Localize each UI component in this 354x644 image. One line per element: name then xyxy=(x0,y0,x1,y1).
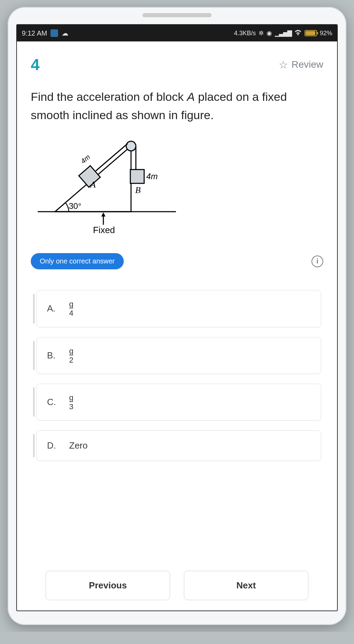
badge-row: Only one correct answer i xyxy=(31,253,323,269)
diagram-block-b-label: B xyxy=(135,185,141,195)
option-letter: B. xyxy=(47,350,57,361)
svg-marker-8 xyxy=(101,212,105,217)
option-letter: D. xyxy=(47,440,57,451)
answer-mode-badge: Only one correct answer xyxy=(31,253,124,269)
frac-numer: g xyxy=(69,300,73,308)
phone-screen: 9:12 AM ☁ 4.3KB/s ✲ ◉ ▁▃▅▇ 92% 4 xyxy=(16,24,338,611)
status-bar: 9:12 AM ☁ 4.3KB/s ✲ ◉ ▁▃▅▇ 92% xyxy=(17,25,337,41)
previous-button[interactable]: Previous xyxy=(46,571,170,600)
question-text-pre: Find the acceleration of block xyxy=(31,90,187,103)
question-content: 4 ☆ Review Find the acceleration of bloc… xyxy=(17,41,337,611)
question-header: 4 ☆ Review xyxy=(31,55,323,74)
diagram-base-label: Fixed xyxy=(93,225,115,235)
question-text: Find the acceleration of block A placed … xyxy=(31,88,323,124)
cloud-icon: ☁ xyxy=(62,29,68,37)
frac-numer: g xyxy=(69,394,73,402)
frac-denom: 4 xyxy=(69,308,73,317)
question-number: 4 xyxy=(31,55,40,74)
diagram-block-a-label: A xyxy=(90,180,96,190)
next-button[interactable]: Next xyxy=(184,571,308,600)
svg-point-2 xyxy=(126,141,136,151)
option-d[interactable]: D. Zero xyxy=(36,430,321,461)
app-icon xyxy=(50,29,58,37)
svg-line-4 xyxy=(96,144,128,171)
frac-denom: 2 xyxy=(69,355,73,364)
phone-frame: 9:12 AM ☁ 4.3KB/s ✲ ◉ ▁▃▅▇ 92% 4 xyxy=(8,7,346,625)
status-time: 9:12 AM xyxy=(22,29,47,37)
frac-numer: g xyxy=(69,347,73,355)
signal-icon: ▁▃▅▇ xyxy=(275,29,291,37)
option-value: g 2 xyxy=(69,347,73,364)
status-left: 9:12 AM ☁ xyxy=(22,29,68,37)
option-c[interactable]: C. g 3 xyxy=(36,384,321,421)
star-icon: ☆ xyxy=(279,59,288,71)
bluetooth-icon: ✲ xyxy=(259,29,264,37)
option-value: g 3 xyxy=(69,394,73,411)
frac-denom: 3 xyxy=(69,402,73,411)
nav-row: Previous Next xyxy=(31,550,323,600)
net-speed: 4.3KB/s xyxy=(234,30,256,37)
review-button[interactable]: ☆ Review xyxy=(279,59,323,71)
diagram-block-b-mass: 4m xyxy=(146,172,158,181)
battery-percent: 92% xyxy=(320,30,332,37)
wifi-icon xyxy=(294,29,302,37)
svg-rect-6 xyxy=(130,170,144,183)
svg-rect-3 xyxy=(79,166,100,187)
diagram-angle: 30° xyxy=(69,201,81,211)
phone-speaker xyxy=(142,13,212,17)
info-icon[interactable]: i xyxy=(311,256,323,267)
option-value: g 4 xyxy=(69,300,73,317)
option-letter: C. xyxy=(47,397,57,407)
diagram-block-a-mass: 4m xyxy=(79,153,91,165)
options-list: A. g 4 B. g 2 C. g xyxy=(31,290,323,461)
battery-icon xyxy=(305,30,317,36)
option-value: Zero xyxy=(69,440,87,451)
option-a[interactable]: A. g 4 xyxy=(36,290,321,327)
status-right: 4.3KB/s ✲ ◉ ▁▃▅▇ 92% xyxy=(234,29,332,37)
question-diagram: A 4m 4m B 30° Fixed xyxy=(34,132,179,236)
question-text-var: A xyxy=(187,90,195,103)
option-b[interactable]: B. g 2 xyxy=(36,337,321,374)
vibrate-icon: ◉ xyxy=(267,29,272,37)
option-letter: A. xyxy=(47,303,57,314)
review-label: Review xyxy=(291,59,323,70)
